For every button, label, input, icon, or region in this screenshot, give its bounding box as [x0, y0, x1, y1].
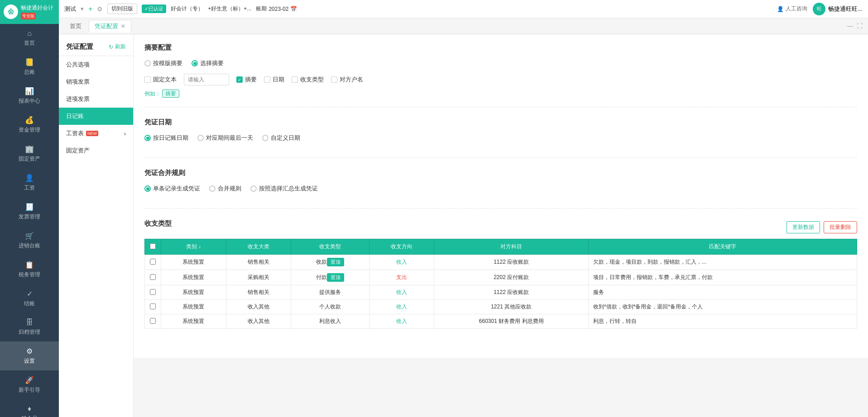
logo-text: 畅捷通好会计	[21, 5, 53, 12]
sidebar-item-assets[interactable]: 🏢 固定资产	[0, 139, 59, 168]
radio-label: 自定义日期	[271, 134, 300, 142]
content-area: 凭证配置 ↻ 刷新 公共选项 销项发票 进项发票 日记账 工资表	[59, 34, 868, 417]
row-checkbox[interactable]	[145, 270, 161, 285]
sidebar-item-guide[interactable]: 🚀 新手引导	[0, 370, 59, 399]
radio-dot	[146, 137, 149, 140]
sidebar-item-purchases[interactable]: 🛒 进销台账	[0, 226, 59, 255]
user-menu[interactable]: 旺 畅捷通旺旺...	[813, 3, 863, 15]
reset-button[interactable]: 置顶	[327, 258, 344, 266]
merge-rules-radio-group: 单条记录生成凭证 合并规则 按照选择汇总生成凭证	[144, 185, 857, 193]
refresh-button[interactable]: ↻ 刷新	[109, 43, 126, 51]
sidebar-item-home[interactable]: ⌂ 首页	[0, 24, 59, 52]
left-nav: 凭证配置 ↻ 刷新 公共选项 销项发票 进项发票 日记账 工资表	[59, 34, 134, 417]
topbar-add-button[interactable]: +	[88, 5, 92, 13]
checkbox-summary[interactable]: ✓ 摘要	[236, 76, 257, 84]
sidebar-item-salary[interactable]: 👤 工资	[0, 168, 59, 197]
topbar-gear-icon[interactable]: ⚙	[97, 5, 103, 13]
tab-home[interactable]: 首页	[64, 20, 87, 32]
checkbox-box	[144, 76, 151, 83]
left-nav-purchase-invoice[interactable]: 进项发票	[59, 90, 133, 108]
radio-single-record[interactable]: 单条记录生成凭证	[144, 185, 200, 193]
tab-voucher-config[interactable]: 凭证配置 ✕	[89, 20, 131, 33]
sidebar-item-reports[interactable]: 📊 报表中心	[0, 81, 59, 110]
select-all-checkbox[interactable]	[150, 243, 156, 249]
row-checkbox[interactable]	[145, 255, 161, 270]
radio-custom-date[interactable]: 自定义日期	[262, 134, 300, 142]
window-minimize-icon[interactable]: —	[847, 23, 853, 29]
row-account: 660301 财务费用 利息费用	[434, 314, 589, 329]
left-nav-payroll[interactable]: 工资表 NEW ›	[59, 125, 133, 142]
sidebar-item-label: 发票管理	[19, 213, 40, 221]
sidebar-item-settlement[interactable]: ✓ 结账	[0, 284, 59, 313]
row-checkbox[interactable]	[145, 300, 161, 314]
sidebar-item-settings[interactable]: ⚙ 设置	[0, 341, 59, 370]
th-major: 收支大类	[226, 239, 291, 255]
sidebar-item-invoices[interactable]: 🧾 发票管理	[0, 197, 59, 226]
radio-circle	[144, 135, 151, 141]
switch-version-button[interactable]: 切到旧版	[107, 4, 137, 14]
archive-icon: 🗄	[26, 318, 33, 327]
content-wrapper: 摘要配置 按模版摘要 选择摘要	[134, 34, 868, 358]
row-type: 个人收款	[291, 300, 369, 314]
calendar-icon[interactable]: 📅	[290, 6, 297, 12]
checkbox-fixed-text[interactable]: 固定文本	[144, 76, 177, 84]
row-account: 1221 其他应收款	[434, 300, 589, 314]
sidebar-item-archive[interactable]: 🗄 归档管理	[0, 313, 59, 341]
radio-merge-rules[interactable]: 合并规则	[209, 185, 241, 193]
row-account: 1122 应收账款	[434, 255, 589, 270]
row-account: 2202 应付账款	[434, 270, 589, 285]
sidebar-item-tax[interactable]: 📋 税务管理	[0, 255, 59, 284]
left-nav-diary[interactable]: 日记账	[59, 108, 133, 125]
checkbox-date-label: 日期	[273, 76, 284, 84]
row-checkbox[interactable]	[145, 285, 161, 300]
user-avatar: 旺	[813, 3, 825, 15]
th-category: 类别 ↓	[161, 239, 226, 255]
table-row: 系统预置 销售相关 提供服务 收入 1122 应收账款 服务	[145, 285, 857, 300]
window-maximize-icon[interactable]: ⛶	[857, 23, 863, 29]
radio-summary-generate[interactable]: 按照选择汇总生成凭证	[250, 185, 318, 193]
sidebar-item-label: 固定资产	[19, 155, 40, 163]
checkbox-date[interactable]: 日期	[264, 76, 284, 84]
checkbox-counterparty[interactable]: 对方户名	[331, 76, 363, 84]
sidebar-item-funds[interactable]: 💰 资金管理	[0, 110, 59, 139]
row-keywords: 项目，日常费用，报销款，车费，承兑汇票，付款	[589, 270, 857, 285]
reset-button[interactable]: 置顶	[327, 273, 344, 282]
logo: 会 畅捷通好会计 专业版	[0, 0, 59, 24]
service-button[interactable]: 👤 人工咨询	[777, 5, 807, 13]
settings-icon: ⚙	[26, 347, 33, 355]
radio-period-last-day[interactable]: 对应期间最后一天	[197, 134, 253, 142]
row-checkbox[interactable]	[145, 314, 161, 329]
checkbox-label: 固定文本	[153, 76, 177, 84]
sidebar-item-label: 税务管理	[19, 271, 40, 279]
radio-circle	[209, 185, 216, 192]
table-actions: 更新数据 批量删除	[786, 221, 857, 233]
left-nav-sales-invoice[interactable]: 销项发票	[59, 73, 133, 90]
sidebar-item-label: 进销台账	[19, 242, 40, 250]
tab-bar: 首页 凭证配置 ✕ — ⛶	[59, 18, 868, 34]
update-data-button[interactable]: 更新数据	[786, 221, 820, 233]
radio-select-summary[interactable]: 选择摘要	[192, 59, 224, 67]
th-checkbox[interactable]	[145, 239, 161, 255]
row-keywords: 利息，行转，转自	[589, 314, 857, 329]
tab-close-icon[interactable]: ✕	[121, 23, 125, 29]
sidebar-item-label: 工资	[24, 184, 35, 192]
left-nav-fixed-assets[interactable]: 固定资产	[59, 142, 133, 159]
row-major: 采购相关	[226, 270, 291, 285]
batch-delete-button[interactable]: 批量删除	[824, 221, 857, 233]
radio-circle	[197, 135, 204, 141]
member-icon: ♦	[28, 405, 31, 413]
fixed-text-input[interactable]	[184, 74, 229, 85]
income-expense-section: 收支类型 更新数据 批量删除 类别 ↓	[144, 219, 857, 338]
sidebar-item-member[interactable]: ♦ 畅会员	[0, 399, 59, 417]
checkbox-type[interactable]: 收支类型	[292, 76, 324, 84]
radio-circle	[144, 185, 151, 192]
radio-label: 按模版摘要	[153, 59, 182, 67]
example-tag: 摘要	[162, 90, 179, 98]
example-text: 例如： 摘要	[144, 90, 857, 98]
radio-template-summary[interactable]: 按模版摘要	[144, 59, 182, 67]
sidebar-item-ledger[interactable]: 📒 总账	[0, 52, 59, 81]
salary-icon: 👤	[25, 174, 34, 182]
topbar-dropdown-icon[interactable]: ▾	[81, 5, 84, 12]
radio-diary-date[interactable]: 按日记账日期	[144, 134, 188, 142]
left-nav-public[interactable]: 公共选项	[59, 56, 133, 73]
